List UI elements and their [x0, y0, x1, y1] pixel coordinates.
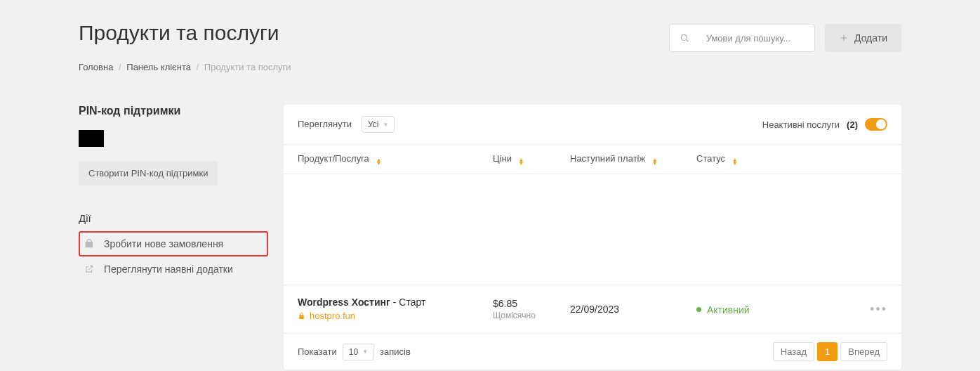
breadcrumb-sep: /	[119, 62, 121, 72]
pagination: Назад 1 Вперед	[773, 342, 887, 361]
actions-heading: Дії	[79, 212, 268, 224]
sidebar-action-label: Переглянути наявні додатки	[104, 263, 233, 275]
col-header-status[interactable]: Статус ▲▼	[696, 153, 795, 165]
col-header-product-label: Продукт/Послуга	[298, 153, 369, 164]
breadcrumb-home[interactable]: Головна	[79, 62, 113, 72]
page-title: Продукти та послуги	[79, 21, 279, 45]
search-box[interactable]	[669, 24, 815, 52]
show-label: Показати	[298, 346, 337, 357]
sort-icon: ▲▼	[652, 158, 658, 165]
view-select[interactable]: Усі ▼	[362, 116, 395, 133]
breadcrumb-panel[interactable]: Панель клієнта	[126, 62, 191, 72]
breadcrumb: Головна / Панель клієнта / Продукти та п…	[79, 62, 901, 72]
sidebar-action-label: Зробити нове замовлення	[104, 238, 223, 249]
search-icon	[680, 33, 689, 43]
table-empty-area	[284, 174, 901, 285]
col-header-status-label: Статус	[696, 153, 725, 164]
product-title: Wordpress Хостинг - Старт	[298, 297, 493, 308]
plus-icon	[839, 33, 849, 43]
external-icon	[84, 264, 95, 274]
chevron-down-icon: ▼	[362, 349, 368, 355]
add-button-label: Додати	[854, 32, 887, 44]
inactive-services-label: Неактивні послуги	[762, 119, 840, 130]
col-header-next[interactable]: Наступний платіж ▲▼	[570, 153, 696, 165]
breadcrumb-sep: /	[197, 62, 199, 72]
price-period: Щомісячно	[493, 311, 570, 320]
search-input[interactable]	[689, 33, 807, 44]
sort-icon: ▲▼	[732, 158, 738, 165]
status-badge: Активний	[696, 304, 750, 315]
table-row[interactable]: Wordpress Хостинг - Старт hostpro.fun $6…	[284, 285, 901, 334]
next-payment-date: 22/09/2023	[570, 304, 696, 315]
inactive-services-count: (2)	[847, 119, 858, 130]
main-panel: Переглянути Усі ▼ Неактивні послуги (2)	[284, 105, 901, 370]
sidebar-action-view-addons[interactable]: Переглянути наявні додатки	[79, 256, 268, 282]
sort-icon: ▲▼	[376, 158, 381, 165]
svg-line-1	[687, 40, 689, 42]
pager-prev[interactable]: Назад	[773, 342, 814, 361]
price-value: $6.85	[493, 298, 570, 309]
sort-icon: ▲▼	[519, 158, 524, 165]
product-variant: - Старт	[390, 297, 425, 308]
breadcrumb-current: Продукти та послуги	[204, 62, 291, 72]
sidebar-action-new-order[interactable]: Зробити нове замовлення	[79, 231, 268, 256]
records-label: записів	[380, 346, 411, 357]
pager-page-1[interactable]: 1	[817, 342, 837, 361]
add-button[interactable]: Додати	[825, 24, 901, 52]
toggle-knob	[876, 119, 886, 129]
product-name: Wordpress Хостинг	[298, 297, 390, 308]
view-label: Переглянути	[298, 119, 352, 129]
page-size-value: 10	[349, 347, 358, 357]
bag-icon	[84, 239, 95, 249]
chevron-down-icon: ▼	[383, 122, 388, 128]
lock-icon	[298, 312, 305, 320]
pin-redacted-block	[79, 130, 104, 147]
table-header: Продукт/Послуга ▲▼ Ціни ▲▼ Наступний пла…	[284, 145, 901, 174]
col-header-next-label: Наступний платіж	[570, 153, 645, 164]
col-header-price[interactable]: Ціни ▲▼	[493, 153, 570, 165]
col-header-price-label: Ціни	[493, 153, 512, 164]
view-select-value: Усі	[368, 119, 379, 129]
status-label: Активний	[707, 304, 750, 315]
status-dot-icon	[696, 307, 701, 312]
inactive-services-toggle[interactable]	[865, 118, 887, 131]
row-actions-menu[interactable]: •••	[870, 302, 887, 316]
product-domain[interactable]: hostpro.fun	[310, 311, 355, 321]
create-pin-button[interactable]: Створити PIN-код підтримки	[79, 161, 218, 186]
svg-point-0	[681, 34, 687, 40]
page-size-select[interactable]: 10 ▼	[343, 344, 374, 360]
col-header-product[interactable]: Продукт/Послуга ▲▼	[298, 153, 493, 165]
pager-next[interactable]: Вперед	[840, 342, 887, 361]
pin-heading: PIN-код підтримки	[79, 105, 268, 117]
